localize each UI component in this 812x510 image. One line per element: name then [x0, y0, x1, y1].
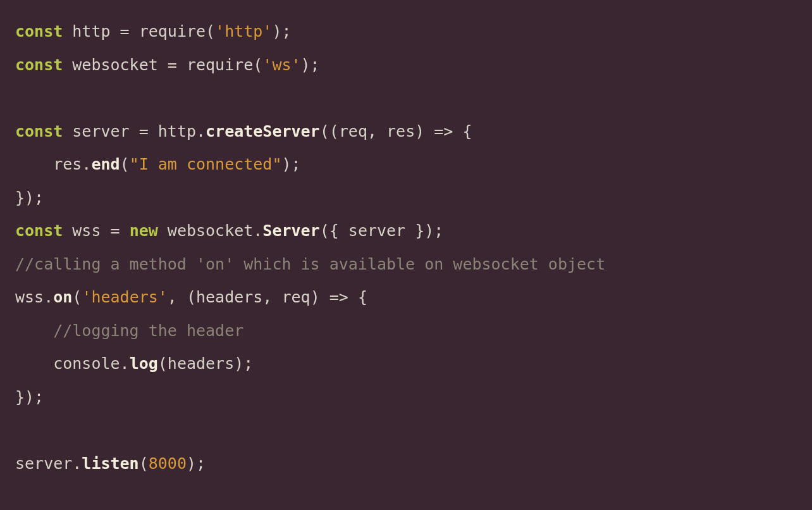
code-text: );	[187, 454, 206, 473]
keyword: const	[15, 56, 63, 74]
code-line: console.log(headers);	[15, 354, 253, 373]
code-text: ({ server });	[320, 221, 444, 240]
keyword: const	[15, 221, 63, 240]
comment: //calling a method 'on' which is availab…	[15, 255, 605, 273]
keyword: const	[15, 22, 63, 40]
function-name: end	[91, 155, 120, 173]
code-line: });	[15, 189, 44, 207]
code-text: ((req, res) => {	[320, 122, 472, 140]
code-text: );	[272, 22, 291, 40]
code-line: //logging the header	[15, 321, 243, 340]
code-text: http = require(	[63, 22, 215, 40]
comment: //logging the header	[15, 321, 243, 340]
code-text: wss =	[63, 221, 129, 240]
code-line: res.end("I am connected");	[15, 155, 301, 173]
code-text: });	[15, 189, 44, 207]
function-name: Server	[262, 221, 319, 240]
code-block: const http = require('http'); const webs…	[0, 0, 812, 495]
code-text: );	[301, 56, 320, 74]
string-literal: "I am connected"	[130, 155, 282, 173]
code-text: websocket.	[158, 221, 263, 240]
code-line: const http = require('http');	[15, 22, 292, 40]
code-text: (headers);	[158, 354, 254, 373]
code-line: const wss = new websocket.Server({ serve…	[15, 221, 443, 240]
keyword: const	[15, 122, 63, 140]
code-text: (	[120, 155, 130, 173]
code-text: (	[72, 288, 82, 306]
code-text: console.	[15, 354, 130, 373]
code-text: wss.	[15, 288, 53, 306]
code-text: (	[139, 454, 149, 473]
number-literal: 8000	[149, 454, 187, 473]
code-line: const server = http.createServer((req, r…	[15, 122, 472, 140]
code-line: wss.on('headers', (headers, req) => {	[15, 288, 367, 306]
code-text: server = http.	[63, 122, 206, 140]
code-line: server.listen(8000);	[15, 454, 206, 473]
code-line: //calling a method 'on' which is availab…	[15, 255, 605, 273]
code-text: server.	[15, 454, 82, 473]
keyword: new	[130, 221, 158, 240]
string-literal: 'headers'	[82, 288, 167, 306]
function-name: createServer	[206, 122, 320, 140]
string-literal: 'ws'	[262, 56, 300, 74]
code-text: );	[281, 155, 300, 173]
code-text: websocket = require(	[63, 56, 262, 74]
function-name: listen	[82, 454, 138, 473]
function-name: on	[53, 288, 72, 306]
code-line: });	[15, 388, 44, 406]
code-line: const websocket = require('ws');	[15, 56, 320, 74]
code-text: res.	[15, 155, 91, 173]
function-name: log	[130, 354, 158, 373]
string-literal: 'http'	[215, 22, 272, 40]
code-text: , (headers, req) => {	[168, 288, 367, 306]
code-text: });	[15, 388, 44, 406]
